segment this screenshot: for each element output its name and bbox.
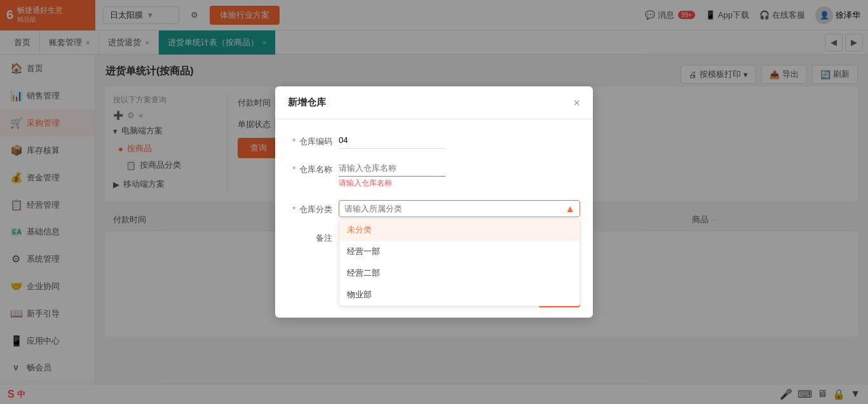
category-required: * bbox=[292, 205, 295, 214]
modal-close-btn[interactable]: × bbox=[573, 97, 580, 109]
note-label-text: 备注 bbox=[316, 233, 332, 243]
option-property[interactable]: 物业部 bbox=[339, 284, 580, 306]
modal-header: 新增仓库 × bbox=[275, 86, 593, 119]
category-input[interactable] bbox=[339, 200, 580, 217]
name-input[interactable] bbox=[339, 160, 445, 177]
category-label: * 仓库分类 bbox=[288, 200, 339, 215]
code-required: * bbox=[292, 137, 295, 146]
form-row-name: * 仓库名称 请输入仓库名称 bbox=[288, 160, 580, 189]
name-required: * bbox=[292, 165, 295, 174]
category-label-text: 仓库分类 bbox=[299, 205, 332, 214]
category-select-wrap: ▲ 未分类 经营一部 经营二部 物业部 bbox=[339, 200, 580, 217]
code-label: * 仓库编码 bbox=[288, 132, 339, 147]
category-dropdown: 未分类 经营一部 经营二部 物业部 bbox=[339, 219, 580, 306]
code-control-wrap bbox=[339, 132, 580, 149]
note-label: 备注 bbox=[288, 229, 339, 244]
name-control-wrap: 请输入仓库名称 bbox=[339, 160, 580, 189]
modal-body: * 仓库编码 * 仓库名称 请输入仓库名称 bbox=[275, 119, 593, 267]
form-row-category: * 仓库分类 ▲ 未分类 经营一部 经营二部 物业部 bbox=[288, 200, 580, 217]
code-input[interactable] bbox=[339, 132, 445, 149]
name-label-text: 仓库名称 bbox=[299, 165, 332, 174]
option-uncategorized[interactable]: 未分类 bbox=[339, 219, 580, 241]
name-error-msg: 请输入仓库名称 bbox=[339, 178, 580, 189]
option-dept2[interactable]: 经营二部 bbox=[339, 262, 580, 284]
code-label-text: 仓库编码 bbox=[299, 137, 332, 146]
modal-overlay: 新增仓库 × * 仓库编码 * 仓库名称 bbox=[0, 0, 868, 404]
modal-title: 新增仓库 bbox=[288, 97, 326, 109]
new-warehouse-modal: 新增仓库 × * 仓库编码 * 仓库名称 bbox=[275, 86, 593, 318]
form-row-code: * 仓库编码 bbox=[288, 132, 580, 149]
name-label: * 仓库名称 bbox=[288, 160, 339, 175]
option-dept1[interactable]: 经营一部 bbox=[339, 241, 580, 262]
